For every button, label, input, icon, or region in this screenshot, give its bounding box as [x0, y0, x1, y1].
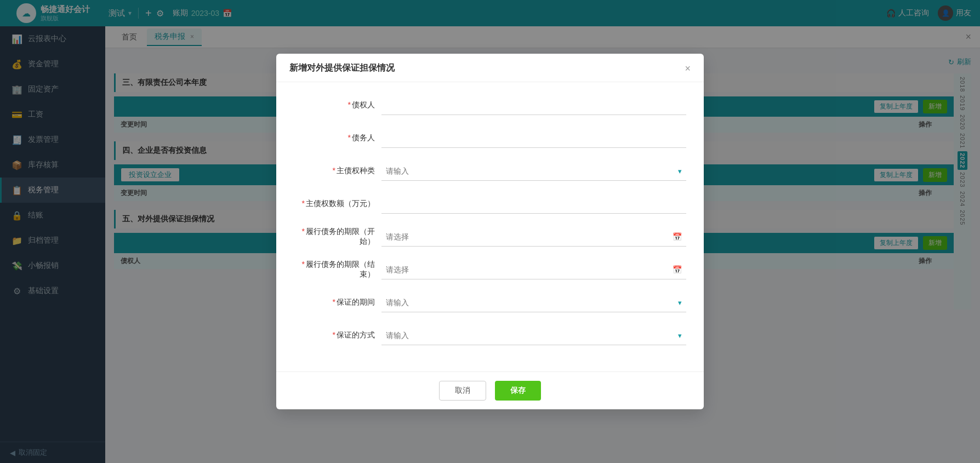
- modal-footer: 取消 保存: [276, 371, 704, 409]
- creditor-input[interactable]: [381, 95, 686, 115]
- modal-body: *债权人 *债务人 *主债权种类 ▾: [276, 82, 704, 371]
- perform-end-input[interactable]: [381, 260, 686, 279]
- perform-start-input[interactable]: [381, 227, 686, 247]
- modal-overlay[interactable]: 新增对外提供保证担保情况 × *债权人 *债务人 *主债权种类: [0, 0, 980, 463]
- form-field-debtor: *债务人: [294, 128, 686, 148]
- required-mark-guarantee-period: *: [333, 298, 335, 306]
- form-field-debt-amount: *主债权数额（万元）: [294, 194, 686, 214]
- perform-end-wrapper: 📅: [381, 260, 686, 279]
- form-field-debt-type: *主债权种类 ▾: [294, 161, 686, 181]
- perform-start-label: *履行债务的期限（开始）: [294, 227, 381, 247]
- required-mark-debt-amount: *: [302, 199, 305, 208]
- debt-type-wrapper: ▾: [381, 161, 686, 181]
- form-field-guarantee-method: *保证的方式 ▾: [294, 325, 686, 345]
- required-mark-debt-type: *: [333, 166, 335, 175]
- debt-type-label: *主债权种类: [294, 166, 381, 176]
- form-field-perform-start: *履行债务的期限（开始） 📅: [294, 227, 686, 247]
- guarantee-method-label: *保证的方式: [294, 330, 381, 340]
- cancel-button[interactable]: 取消: [439, 381, 486, 401]
- modal-title: 新增对外提供保证担保情况: [289, 62, 395, 74]
- perform-start-wrapper: 📅: [381, 227, 686, 247]
- guarantee-period-wrapper: ▾: [381, 293, 686, 312]
- debt-amount-input[interactable]: [381, 194, 686, 214]
- guarantee-period-label: *保证的期间: [294, 298, 381, 307]
- required-mark-perform-start: *: [302, 227, 305, 236]
- form-field-creditor: *债权人: [294, 95, 686, 115]
- debtor-input[interactable]: [381, 128, 686, 148]
- creditor-label: *债权人: [294, 100, 381, 110]
- required-mark-guarantee-method: *: [333, 330, 335, 339]
- guarantee-method-wrapper: ▾: [381, 325, 686, 345]
- perform-end-label: *履行债务的期限（结束）: [294, 260, 381, 279]
- guarantee-period-input[interactable]: [381, 293, 686, 312]
- required-mark-creditor: *: [348, 100, 351, 109]
- modal-close-button[interactable]: ×: [685, 64, 691, 73]
- save-button[interactable]: 保存: [495, 381, 541, 401]
- modal: 新增对外提供保证担保情况 × *债权人 *债务人 *主债权种类: [276, 54, 704, 409]
- debt-type-input[interactable]: [381, 161, 686, 181]
- form-field-perform-end: *履行债务的期限（结束） 📅: [294, 260, 686, 279]
- debtor-label: *债务人: [294, 133, 381, 143]
- required-mark-debtor: *: [348, 133, 351, 142]
- guarantee-method-input[interactable]: [381, 325, 686, 345]
- required-mark-perform-end: *: [302, 260, 305, 268]
- modal-header: 新增对外提供保证担保情况 ×: [276, 54, 704, 82]
- debt-amount-label: *主债权数额（万元）: [294, 199, 381, 209]
- form-field-guarantee-period: *保证的期间 ▾: [294, 293, 686, 312]
